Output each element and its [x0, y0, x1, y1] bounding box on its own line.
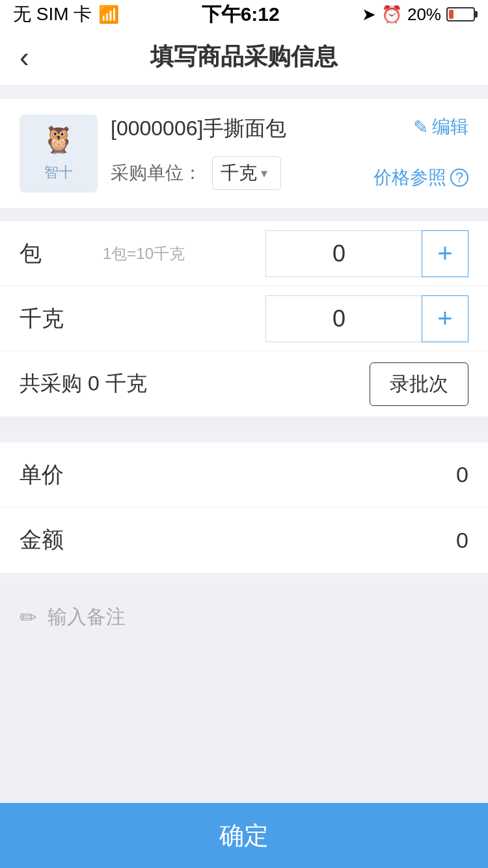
kg-input-wrap: +	[265, 295, 468, 342]
amount-row: 金额 0	[0, 508, 488, 573]
battery-fill	[449, 10, 454, 19]
product-logo: 🦉智十	[42, 125, 75, 182]
unit-price-row: 单价 0	[0, 442, 488, 508]
unit-price-label: 单价	[20, 460, 64, 490]
price-ref-label: 价格参照	[373, 165, 446, 190]
page-title: 填写商品采购信息	[150, 41, 338, 73]
battery-indicator	[446, 7, 475, 21]
edit-button[interactable]: ✎ 编辑	[413, 115, 468, 139]
battery-body	[446, 7, 475, 21]
kg-plus-button[interactable]: +	[422, 295, 468, 342]
location-icon: ➤	[362, 5, 376, 25]
input-section: 包 1包=10千克 + 千克 +	[0, 221, 488, 351]
chevron-down-icon: ▾	[261, 165, 267, 181]
amount-value: 0	[456, 528, 468, 553]
total-label: 共采购 0 千克	[20, 370, 147, 398]
sim-label: 无 SIM 卡	[13, 2, 92, 27]
section-divider-1	[0, 208, 488, 221]
bag-quantity-input[interactable]	[265, 230, 422, 277]
record-batch-button[interactable]: 录批次	[370, 362, 468, 406]
confirm-label: 确定	[219, 819, 269, 852]
unit-select[interactable]: 千克 ▾	[212, 156, 281, 190]
kg-input-row: 千克 +	[0, 286, 488, 351]
notes-section[interactable]: ✏ 输入备注	[0, 586, 488, 649]
unit-label: 采购单位：	[111, 161, 202, 185]
pencil-icon: ✏	[20, 605, 37, 630]
product-image: 🦉智十	[20, 115, 98, 193]
bag-unit-hint: 1包=10千克	[103, 243, 265, 264]
notes-placeholder: 输入备注	[47, 604, 126, 631]
kg-label: 千克	[20, 304, 98, 334]
nav-bar: ‹ 填写商品采购信息	[0, 29, 488, 86]
price-ref-button[interactable]: 价格参照 ?	[373, 165, 468, 190]
section-divider-2	[0, 416, 488, 429]
battery-percent: 20%	[407, 5, 441, 25]
unit-value: 千克	[221, 161, 257, 185]
bag-plus-button[interactable]: +	[422, 230, 468, 277]
help-icon: ?	[450, 169, 468, 187]
confirm-button[interactable]: 确定	[0, 803, 488, 868]
bag-input-wrap: +	[265, 230, 468, 277]
kg-quantity-input[interactable]	[265, 295, 422, 342]
bag-label: 包	[20, 239, 98, 269]
bag-input-row: 包 1包=10千克 +	[0, 221, 488, 286]
back-button[interactable]: ‹	[20, 43, 29, 72]
status-right: ➤ ⏰ 20%	[362, 5, 475, 25]
status-time: 下午6:12	[202, 1, 280, 28]
unit-price-value: 0	[456, 462, 468, 487]
product-card: 🦉智十 [0000006]手撕面包 采购单位： 千克 ▾ ✎ 编辑 价格参照 ?	[0, 99, 488, 208]
total-row: 共采购 0 千克 录批次	[0, 351, 488, 416]
edit-icon: ✎	[413, 116, 428, 138]
edit-label: 编辑	[432, 115, 468, 139]
price-section: 单价 0 金额 0	[0, 442, 488, 573]
status-left: 无 SIM 卡 📶	[13, 2, 119, 27]
status-bar: 无 SIM 卡 📶 下午6:12 ➤ ⏰ 20%	[0, 0, 488, 29]
wifi-icon: 📶	[98, 5, 119, 25]
alarm-icon: ⏰	[381, 5, 402, 25]
amount-label: 金额	[20, 525, 64, 555]
